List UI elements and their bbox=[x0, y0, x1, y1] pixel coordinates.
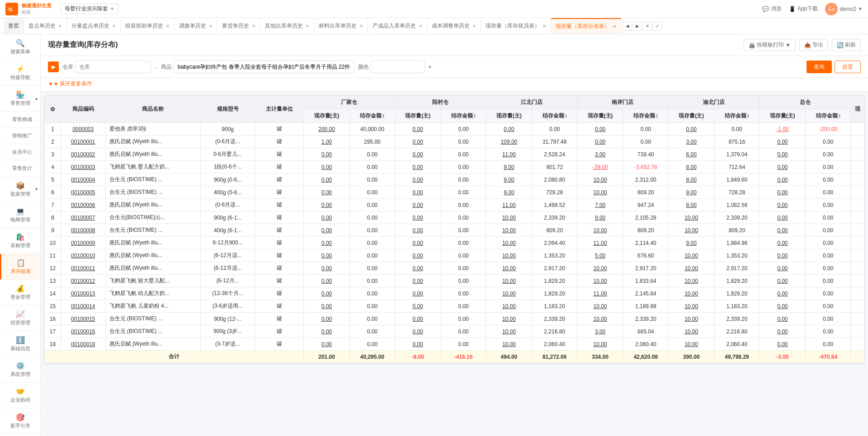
row-yb-stock[interactable]: 6.00 bbox=[668, 148, 714, 161]
row-jb-stock[interactable]: 11.00 bbox=[486, 199, 532, 211]
row-code[interactable]: 00100011 bbox=[61, 262, 106, 275]
close-icon[interactable]: ✕ bbox=[112, 23, 116, 28]
row-t-stock[interactable]: 0.00 bbox=[760, 325, 806, 338]
sidebar-item-inventory[interactable]: 📋 库存核算 bbox=[0, 254, 40, 280]
row-nl-stock[interactable]: 10.00 bbox=[577, 173, 623, 186]
sidebar-item-retail-mgmt[interactable]: 🏪 零售管理 ▲ bbox=[0, 86, 40, 112]
user-area[interactable]: Ea demo2 ▼ bbox=[825, 3, 863, 15]
sidebar-item-member[interactable]: 会员中心 bbox=[0, 144, 40, 160]
row-nl-stock[interactable]: 10.00 bbox=[577, 186, 623, 199]
row-code[interactable]: 00100007 bbox=[61, 211, 106, 224]
tab-other-out[interactable]: 其他出库单历史 ✕ bbox=[260, 18, 314, 34]
row-jb-stock[interactable]: 9.00 bbox=[486, 173, 532, 186]
row-yb-stock[interactable]: 9.00 bbox=[668, 186, 714, 199]
tab-product-in[interactable]: 产成品入库单历史 ✕ bbox=[368, 18, 427, 34]
tab-cost-adjust[interactable]: 成本调整单历史 ✕ bbox=[427, 18, 481, 34]
info-icon-1[interactable]: ℹ bbox=[382, 113, 384, 118]
sidebar-item-nav[interactable]: ⚡ 快捷导航 bbox=[0, 60, 40, 86]
tab-material-out[interactable]: 材料出库单历史 ✕ bbox=[314, 18, 368, 34]
row-s-stock[interactable]: 0.00 bbox=[395, 173, 441, 186]
close-icon[interactable]: ✕ bbox=[306, 23, 309, 28]
close-icon[interactable]: ✕ bbox=[419, 23, 422, 28]
row-t-stock[interactable]: 0.00 bbox=[760, 224, 806, 237]
row-s-stock[interactable]: 0.00 bbox=[395, 224, 441, 237]
row-jb-stock[interactable]: 10.00 bbox=[486, 211, 532, 224]
row-jb-stock[interactable]: 10.00 bbox=[486, 325, 532, 338]
messages-btn[interactable]: 💬 消息 bbox=[762, 5, 782, 13]
sidebar-item-search[interactable]: 🔍 搜索英单 bbox=[0, 34, 40, 60]
row-s-stock[interactable]: 0.00 bbox=[395, 300, 441, 313]
settings-icon[interactable]: ⚙ bbox=[50, 106, 55, 113]
row-yb-stock[interactable]: 0.00 bbox=[668, 123, 714, 136]
row-s-stock[interactable]: 0.00 bbox=[395, 249, 441, 262]
row-t-stock[interactable]: 0.00 bbox=[760, 262, 806, 275]
row-nl-stock[interactable]: 7.00 bbox=[577, 199, 623, 211]
row-nl-stock[interactable]: 0.00 bbox=[577, 136, 623, 148]
sidebar-item-purchase[interactable]: 🛍️ 采购管理 bbox=[0, 228, 40, 254]
refresh-btn[interactable]: 🔄 刷新 bbox=[832, 39, 861, 51]
nav-close-all[interactable]: ✕ bbox=[643, 22, 652, 31]
row-code[interactable]: 00100014 bbox=[61, 300, 106, 313]
sidebar-item-wholesale[interactable]: 📦 批发管理 ▼ bbox=[0, 177, 40, 202]
row-code[interactable]: 0000003 bbox=[61, 123, 106, 136]
row-nl-stock[interactable]: 5.00 bbox=[577, 249, 623, 262]
close-icon[interactable]: ✕ bbox=[542, 23, 546, 28]
row-t-stock[interactable]: 0.00 bbox=[760, 313, 806, 325]
row-f-stock[interactable]: 0.00 bbox=[303, 237, 349, 249]
row-code[interactable]: 00100005 bbox=[61, 186, 106, 199]
row-s-stock[interactable]: 0.00 bbox=[395, 148, 441, 161]
row-t-stock[interactable]: 0.00 bbox=[760, 249, 806, 262]
row-code[interactable]: 00100001 bbox=[61, 136, 106, 148]
tab-stock-status[interactable]: 现存量（库存状况表）✕ bbox=[481, 18, 551, 34]
row-f-stock[interactable]: 0.00 bbox=[303, 275, 349, 287]
sidebar-item-operation[interactable]: 📈 经营管理 bbox=[0, 305, 40, 331]
row-jb-stock[interactable]: 10.00 bbox=[486, 224, 532, 237]
tab-partial-inventory[interactable]: 分量盘点单历史 ✕ bbox=[67, 18, 121, 34]
row-yb-stock[interactable]: 3.00 bbox=[668, 136, 714, 148]
row-s-stock[interactable]: 0.00 bbox=[395, 211, 441, 224]
row-s-stock[interactable]: 0.00 bbox=[395, 186, 441, 199]
tab-transfer[interactable]: 调拨单历史 ✕ bbox=[175, 18, 217, 34]
sidebar-item-marketing[interactable]: 营销推广 bbox=[0, 128, 40, 144]
print-btn[interactable]: 🖨️ 按模板打印 ▼ bbox=[744, 39, 796, 51]
close-icon[interactable]: ✕ bbox=[209, 23, 212, 28]
row-s-stock[interactable]: 0.00 bbox=[395, 338, 441, 351]
row-jb-stock[interactable]: 109.00 bbox=[486, 136, 532, 148]
row-nl-stock[interactable]: 10.00 bbox=[577, 262, 623, 275]
row-nl-stock[interactable]: 10.00 bbox=[577, 338, 623, 351]
row-f-stock[interactable]: 0.00 bbox=[303, 186, 349, 199]
row-yb-stock[interactable]: 10.00 bbox=[668, 338, 714, 351]
tab-stock-dist[interactable]: 现存量（库存分布表）✕ bbox=[551, 18, 621, 34]
row-nl-stock[interactable]: 11.00 bbox=[577, 237, 623, 249]
row-jb-stock[interactable]: 9.00 bbox=[486, 161, 532, 173]
tab-inventory-history[interactable]: 盘点单历史 ✕ bbox=[24, 18, 67, 34]
sidebar-item-retail-stats[interactable]: 零售统计 bbox=[0, 160, 40, 177]
color-input[interactable] bbox=[371, 61, 425, 73]
row-nl-stock[interactable]: 10.00 bbox=[577, 224, 623, 237]
row-yb-stock[interactable]: 10.00 bbox=[668, 262, 714, 275]
row-yb-stock[interactable]: 10.00 bbox=[668, 275, 714, 287]
row-t-stock[interactable]: 0.00 bbox=[760, 211, 806, 224]
row-s-stock[interactable]: 0.00 bbox=[395, 287, 441, 300]
row-t-stock[interactable]: 0.00 bbox=[760, 148, 806, 161]
row-nl-stock[interactable]: -39.00 bbox=[577, 161, 623, 173]
row-yb-stock[interactable]: 8.00 bbox=[668, 199, 714, 211]
row-nl-stock[interactable]: 10.00 bbox=[577, 275, 623, 287]
row-t-stock[interactable]: 0.00 bbox=[760, 136, 806, 148]
row-code[interactable]: 00100010 bbox=[61, 249, 106, 262]
query-btn[interactable]: 查询 bbox=[807, 61, 832, 73]
row-code[interactable]: 00100003 bbox=[61, 161, 106, 173]
row-jb-stock[interactable]: 9.00 bbox=[486, 186, 532, 199]
row-f-stock[interactable]: 0.00 bbox=[303, 211, 349, 224]
row-code[interactable]: 00100012 bbox=[61, 275, 106, 287]
row-f-stock[interactable]: 0.00 bbox=[303, 325, 349, 338]
row-s-stock[interactable]: 0.00 bbox=[395, 313, 441, 325]
row-f-stock[interactable]: 0.00 bbox=[303, 338, 349, 351]
row-code[interactable]: 00100008 bbox=[61, 224, 106, 237]
sidebar-item-collab[interactable]: 🤝 企业协同 bbox=[0, 383, 40, 408]
row-f-stock[interactable]: 0.00 bbox=[303, 148, 349, 161]
row-yb-stock[interactable]: 8.00 bbox=[668, 173, 714, 186]
row-t-stock[interactable]: 0.00 bbox=[760, 338, 806, 351]
app-download-btn[interactable]: 📱 App下载 bbox=[789, 5, 818, 13]
row-s-stock[interactable]: 0.00 bbox=[395, 237, 441, 249]
